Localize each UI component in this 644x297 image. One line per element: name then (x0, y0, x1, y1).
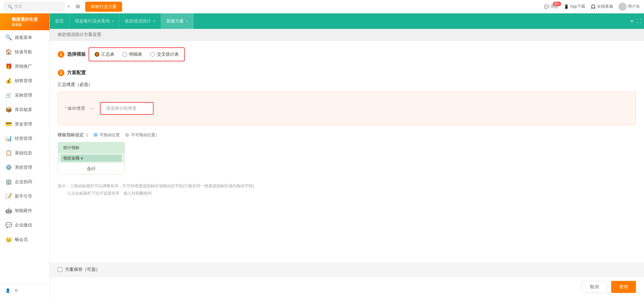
fixed-label: 不可拖动位置） (131, 132, 159, 138)
sidebar-item-newbie[interactable]: 📝新手引导 (0, 189, 49, 203)
service-icon: 🎧 (591, 4, 596, 9)
sidebar-bottom-item-2[interactable]: ⚙ (14, 288, 18, 293)
arrow-right-icon: — (91, 106, 95, 111)
template-radio-detail[interactable] (122, 52, 127, 57)
template-option-cross[interactable]: 交叉统计表 (150, 51, 179, 57)
template-option-detail[interactable]: 明细表 (122, 51, 142, 57)
service-button[interactable]: 🎧 在线客服 (591, 4, 613, 9)
sidebar-bottom: 👤 ⚙ (0, 284, 49, 297)
section1-header: 1 选择模板 汇总表 明细表 (58, 47, 636, 61)
maximize-button[interactable]: ⛶ (637, 18, 641, 24)
sidebar-bottom-item[interactable]: 👤 (5, 288, 10, 293)
metrics-header: 模板指标设定（ 可拖动位置 不可拖动位置） (58, 132, 636, 138)
sidebar-item-system[interactable]: ⚙️系统管理 (0, 160, 49, 175)
sidebar-label-inventory: 库存核算 (15, 107, 32, 113)
sidebar-icon-inventory: 📦 (5, 106, 12, 113)
user-avatar (619, 3, 627, 11)
tab-label-bank-flow: 现金银行流水查询 (75, 18, 110, 24)
sidebar-icon-corp: 🏢 (5, 179, 12, 185)
sidebar: 畅捷通好生意 标准版 🔍搜索菜单🏠快速导航🎁营销推广💰销售管理🛒采购管理📦库存核… (0, 13, 50, 297)
search-box[interactable]: 🔍 搜索 (4, 2, 64, 11)
search-placeholder: 搜索 (14, 4, 22, 9)
form-area: 1 选择模板 汇总表 明细表 (50, 41, 644, 262)
close-window-button[interactable]: ✕ (630, 18, 634, 24)
dropdown-arrow-icon[interactable]: ▼ (67, 5, 70, 8)
sidebar-item-smart-hw[interactable]: 🤖智能硬件 (0, 203, 49, 218)
fixed-dot (125, 133, 129, 137)
sidebar-label-system: 系统管理 (15, 164, 32, 170)
sidebar-item-search-menu[interactable]: 🔍搜索菜单 (0, 30, 49, 45)
metrics-tag[interactable]: 收款金额 ▾ (61, 155, 122, 162)
sidebar-item-basic-info[interactable]: 📋基础信息 (0, 146, 49, 160)
fixed-legend: 不可拖动位置） (125, 132, 159, 138)
save-checkbox[interactable] (58, 267, 62, 272)
sidebar-item-purchase[interactable]: 🛒采购管理 (0, 88, 49, 102)
tab-close-collection-stats[interactable]: × (153, 19, 155, 23)
template-option-summary[interactable]: 汇总表 (95, 51, 114, 57)
sidebar-label-member: 畅会员 (15, 237, 28, 243)
sidebar-label-marketing: 营销推广 (15, 63, 32, 69)
step2-badge: 2 (58, 69, 64, 76)
sidebar-icon-member: 👑 (5, 236, 12, 243)
tab-close-new-plan[interactable]: × (186, 19, 188, 23)
sidebar-item-wechat[interactable]: 💬企业微信 (0, 218, 49, 232)
sidebar-icon-search-menu: 🔍 (5, 34, 12, 41)
sidebar-label-search-menu: 搜索菜单 (15, 35, 32, 41)
save-area: 方案保存（可选） (50, 262, 644, 277)
config-section: 2 方案配置 汇总维度（必选） * 纵向维度 (58, 69, 636, 197)
tab-new-plan[interactable]: 新建方案× (161, 13, 194, 29)
subtotal-label: 合计 (87, 166, 96, 171)
sidebar-item-marketing[interactable]: 🎁营销推广 (0, 59, 49, 73)
sidebar-label-capital: 资金管理 (15, 121, 32, 127)
template-radio-summary[interactable] (95, 52, 99, 57)
template-radio-cross[interactable] (150, 52, 155, 57)
sidebar-icon-smart-hw: 🤖 (5, 207, 12, 214)
sidebar-icon-operations: 📊 (5, 135, 12, 142)
tab-home[interactable]: 首页 (50, 13, 69, 29)
sidebar-icon-basic-info: 📋 (5, 150, 12, 156)
tab-collection-stats[interactable]: 收款情况统计× (119, 13, 161, 29)
notification-button[interactable]: 💬 消息 99+ (544, 4, 558, 9)
top-bar-right: 💬 消息 99+ 📱 App下载 🎧 在线客服 用户名 (544, 3, 640, 11)
cancel-button[interactable]: 取消 (582, 281, 607, 293)
dimension-grid: * 纵向维度 — 请选择分组维度 (58, 92, 636, 125)
sidebar-item-capital[interactable]: 💳资金管理 (0, 117, 49, 131)
sidebar-label-smart-hw: 智能硬件 (15, 208, 32, 214)
sidebar-label-sales: 销售管理 (15, 78, 32, 84)
gear-button[interactable]: ⚙ (73, 2, 83, 11)
template-section: 1 选择模板 汇总表 明细表 (58, 47, 636, 61)
metrics-table: 统计指标 收款金额 ▾ 合计 (58, 142, 125, 175)
user-area[interactable]: 用户名 (619, 3, 640, 11)
tip2: 2.点击标题栏下拉可设置排序、插入列和删除列 (58, 190, 636, 197)
tips-section: 提示： 1.拖动标题栏可以调整布局，不可跨维度或指标区域拖动目字段(只能在同一维… (58, 183, 636, 197)
sidebar-item-inventory[interactable]: 📦库存核算 (0, 102, 49, 117)
dimension-row: * 纵向维度 — 请选择分组维度 (65, 102, 154, 115)
page-breadcrumb: 收款情况统计方案设置 (50, 29, 644, 41)
tab-close-bank-flow[interactable]: × (112, 19, 114, 23)
tab-label-new-plan: 新建方案 (166, 18, 184, 24)
sidebar-item-operations[interactable]: 📊经营管理 (0, 131, 49, 146)
dimension-select[interactable]: 请选择分组维度 (100, 102, 154, 115)
vertical-label: * 纵向维度 (65, 105, 85, 111)
search-icon: 🔍 (8, 4, 13, 9)
sidebar-item-sales[interactable]: 💰销售管理 (0, 73, 49, 88)
tab-bar: 首页现金银行流水查询×收款情况统计×新建方案× ✕ ⛶ (50, 13, 644, 29)
sidebar-label-operations: 经营管理 (15, 136, 32, 142)
download-button[interactable]: 📱 App下载 (564, 4, 585, 9)
metrics-label: 模板指标设定（ (58, 132, 88, 138)
sidebar-item-corp[interactable]: 🏢企业协同 (0, 175, 49, 189)
tab-bank-flow[interactable]: 现金银行流水查询× (69, 13, 119, 29)
tab-actions: ✕ ⛶ (627, 13, 644, 29)
sidebar-label-purchase: 采购管理 (15, 92, 32, 98)
sidebar-item-member[interactable]: 👑畅会员 (0, 232, 49, 247)
tab-label-collection-stats: 收款情况统计 (125, 18, 151, 24)
industry-button[interactable]: 体验行业方案 (85, 2, 122, 12)
template-label-summary: 汇总表 (101, 51, 114, 57)
sidebar-icon-purchase: 🛒 (5, 92, 12, 98)
sidebar-item-quick-nav[interactable]: 🏠快速导航 (0, 45, 49, 59)
notification-badge: 99+ (553, 2, 561, 6)
template-options: 汇总表 明细表 交叉统计表 (89, 47, 185, 61)
step1-badge: 1 (58, 51, 64, 58)
query-button[interactable]: 查询 (611, 281, 636, 293)
sidebar-icon-capital: 💳 (5, 121, 12, 127)
